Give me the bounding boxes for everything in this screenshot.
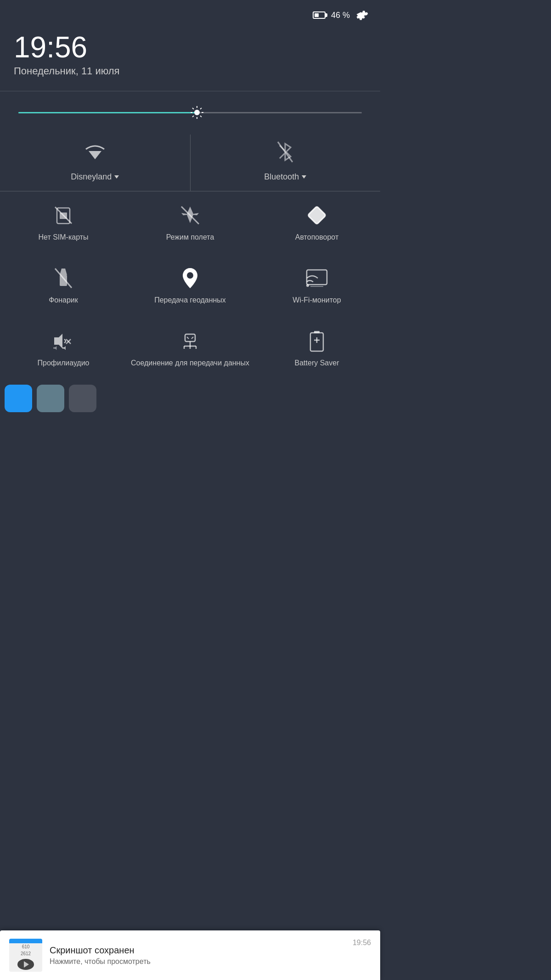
svg-point-22 [306,284,309,287]
notif-num-2: 2612 [21,951,31,956]
autorotate-label: Автоповорот [295,233,338,242]
notification-title: Скриншот сохранен [50,945,345,956]
rotate-icon-area [305,203,329,227]
status-bar: 46 % [0,0,380,27]
airplane-off-icon [180,205,201,226]
sim-tile[interactable]: Нет SIM-карты [0,199,127,247]
brightness-icon [190,105,204,120]
svg-line-36 [191,337,193,339]
battery-saver-label: Battery Saver [295,358,339,368]
notif-num-row: 610 [20,943,32,950]
location-tile[interactable]: Передача геоданных [127,262,253,310]
airplane-tile[interactable]: Режим полета [127,199,253,247]
svg-line-35 [187,337,189,339]
play-icon [21,959,31,969]
cast-icon [305,268,329,288]
tethering-icon [180,330,201,352]
time-display: 19:56 [14,31,366,63]
audio-profile-icon-area [51,329,75,353]
svg-line-5 [192,108,194,109]
tethering-label: Соединение для передачи данных [131,358,249,368]
bluetooth-label-row: Bluetooth [264,172,306,182]
tiles-row-2: Нет SIM-карты Режим полета Автоповорот [0,191,380,254]
audio-profile-icon [51,330,75,352]
bluetooth-tile[interactable]: Bluetooth [191,134,381,191]
bluetooth-icon-area [272,139,298,165]
airplane-off-icon-area [178,203,202,227]
time-block: 19:56 Понедельник, 11 июля [0,27,380,91]
battery-saver-icon-area [305,329,329,353]
wifi-icon [83,142,107,162]
battery-saver-tile[interactable]: Battery Saver [253,325,380,373]
slider-fill [18,112,197,113]
notification-subtitle: Нажмите, чтобы просмотреть [50,958,345,966]
svg-marker-17 [60,269,67,275]
autorotate-tile[interactable]: Автоповорот [253,199,380,247]
tiles-row-4: Профилиаудио Соединение для передачи дан… [0,317,380,380]
tethering-tile[interactable]: Соединение для передачи данных [127,325,253,373]
svg-line-13 [55,207,72,224]
notif-num-1: 610 [22,944,30,949]
notif-bar [9,939,42,943]
date-display: Понедельник, 11 июля [14,65,366,77]
svg-rect-29 [185,334,195,342]
tiles-row-3: Фонарик Передача геоданных Wi-Fi-монитор [0,254,380,317]
audio-profile-label: Профилиаудио [37,358,89,368]
flashlight-icon [53,267,73,290]
wifi-chevron-icon [114,175,119,179]
app-icons-row [0,380,380,417]
svg-line-7 [200,108,202,109]
sim-off-icon-area [51,203,75,227]
brightness-thumb[interactable] [189,104,205,121]
flashlight-icon-area [51,266,75,290]
cast-icon-area [305,266,329,290]
wifi-monitor-label: Wi-Fi-монитор [292,296,341,305]
app-icon-1 [5,385,32,412]
bluetooth-label: Bluetooth [264,172,299,182]
wifi-icon-area [82,139,108,165]
battery-percent: 46 % [331,11,350,20]
flashlight-label: Фонарик [49,296,78,305]
svg-point-20 [187,272,193,279]
rotate-icon [306,204,328,226]
bluetooth-chevron-icon [302,175,306,179]
brightness-section [0,91,380,130]
notification-card[interactable]: 610 2612 Скриншот сохранен Нажмите, чтоб… [0,930,380,980]
location-label: Передача геоданных [154,296,226,305]
audio-profile-tile[interactable]: Профилиаудио [0,325,127,373]
tethering-icon-area [178,329,202,353]
wifi-label: Disneyland [71,172,112,182]
svg-rect-16 [308,207,326,225]
app-icon-2 [37,385,64,412]
notification-thumbnail: 610 2612 [9,939,42,972]
svg-marker-28 [62,346,66,350]
svg-rect-38 [314,331,320,333]
svg-marker-9 [89,151,101,159]
wifi-label-row: Disneyland [71,172,119,182]
flashlight-tile[interactable]: Фонарик [0,262,127,310]
notif-num-row-2: 2612 [19,950,33,957]
sim-off-icon [53,205,73,225]
app-icon-3 [69,385,96,412]
notification-content: Скриншот сохранен Нажмите, чтобы просмот… [50,945,345,966]
notif-avatar [17,959,34,970]
svg-point-0 [194,110,200,115]
notification-time: 19:56 [353,939,371,947]
svg-line-6 [200,116,202,117]
location-icon-area [178,266,202,290]
bluetooth-icon [276,140,294,164]
airplane-label: Режим полета [166,233,214,242]
sim-label: Нет SIM-карты [38,233,88,242]
wifi-bluetooth-row: Disneyland Bluetooth [0,130,380,191]
svg-marker-24 [54,334,62,348]
svg-marker-41 [24,961,29,968]
location-icon [181,266,199,290]
battery-saver-icon [309,329,325,353]
wifi-tile[interactable]: Disneyland [0,134,191,191]
battery-icon [313,11,326,19]
svg-line-8 [192,116,194,117]
svg-marker-27 [53,346,56,350]
wifi-monitor-tile[interactable]: Wi-Fi-монитор [253,262,380,310]
brightness-slider[interactable] [18,104,362,121]
settings-icon[interactable] [355,8,369,22]
